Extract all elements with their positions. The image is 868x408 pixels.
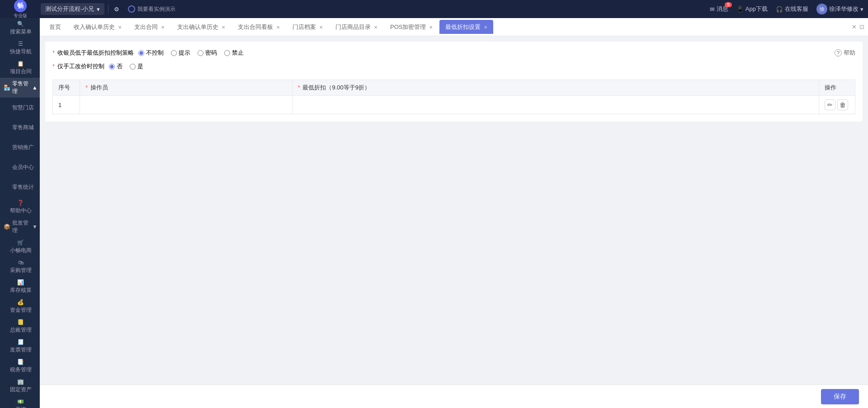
app-download-btn[interactable]: 📱 App下载 xyxy=(736,5,768,13)
manual-price-radio-no[interactable]: 否 xyxy=(109,62,123,70)
tab-maximize-icon[interactable]: ⊡ xyxy=(859,23,864,30)
logo-icon: 畅 xyxy=(14,0,27,12)
strategy-radio-hint[interactable]: 提示 xyxy=(171,49,190,57)
manual-price-radio-no-input[interactable] xyxy=(109,64,115,70)
sidebar-item-smart-store[interactable]: 智慧门店 xyxy=(0,98,40,117)
customer-service-btn[interactable]: 🎧 在线客服 xyxy=(776,5,808,13)
action-buttons: ✏ 🗑 xyxy=(825,99,849,110)
demo-link[interactable]: 我要看实例演示 xyxy=(128,5,175,13)
manual-price-radio-yes[interactable]: 是 xyxy=(130,62,143,70)
sidebar-item-ledger-mgmt[interactable]: 📒 总账管理 xyxy=(0,316,40,336)
tab-income-history[interactable]: 收入确认单历史 ✕ xyxy=(68,20,127,34)
tab-expense-contract[interactable]: 支出合同 ✕ xyxy=(128,20,170,34)
sidebar-item-purchase-mgmt[interactable]: 🛍 采购管理 xyxy=(0,257,40,277)
tab-close-icon[interactable]: ✕ xyxy=(276,25,280,30)
sidebar-item-salary[interactable]: 💵 工资 xyxy=(0,396,40,408)
strategy-radio-none[interactable]: 不控制 xyxy=(138,49,164,57)
message-badge: 9 xyxy=(725,2,732,7)
sidebar-item-label: 库存核算 xyxy=(10,286,32,294)
delete-row-btn[interactable]: 🗑 xyxy=(837,99,848,110)
tab-close-icon[interactable]: ✕ xyxy=(429,25,433,30)
tab-store-product-catalog[interactable]: 门店商品目录 ✕ xyxy=(330,20,383,34)
tab-close-icon[interactable]: ✕ xyxy=(319,25,323,30)
sidebar-item-label: 小畅电商 xyxy=(10,247,32,254)
sidebar-item-member-center[interactable]: 会员中心 xyxy=(0,157,40,177)
sidebar-item-ecommerce[interactable]: 🛒 小畅电商 xyxy=(0,237,40,257)
sidebar-item-label: 帮助中心 xyxy=(10,207,32,215)
strategy-radio-password[interactable]: 密码 xyxy=(198,49,217,57)
strategy-radio-hint-input[interactable] xyxy=(171,50,177,56)
ledger-icon: 📒 xyxy=(17,319,24,325)
contract-icon: 📋 xyxy=(17,61,24,67)
sidebar-item-fund-mgmt[interactable]: 💰 资金管理 xyxy=(0,296,40,316)
required-star: * xyxy=(85,84,88,91)
tab-home[interactable]: 首页 xyxy=(43,20,67,34)
tab-store-archive[interactable]: 门店档案 ✕ xyxy=(287,20,329,34)
sidebar-item-invoice-mgmt[interactable]: 🧾 发票管理 xyxy=(0,336,40,356)
content-area: 首页 收入确认单历史 ✕ 支出合同 ✕ 支出确认单历史 ✕ 支出合同看板 ✕ 门… xyxy=(40,18,868,408)
main-layout: 🔍 搜索菜单 ☰ 快捷导航 📋 项目合同 🏪 零售管理 ▲ 智慧门店 零售商城 … xyxy=(0,18,868,408)
tab-label: 支出确认单历史 xyxy=(177,23,218,31)
tab-close-icon[interactable]: ✕ xyxy=(222,25,225,30)
headset-icon: 🎧 xyxy=(776,6,783,13)
strategy-radio-password-input[interactable] xyxy=(198,50,203,56)
tab-expense-contract-board[interactable]: 支出合同看板 ✕ xyxy=(232,20,286,34)
user-menu[interactable]: 徐 徐泽华修改 ▾ xyxy=(816,4,863,14)
customer-service-label: 在线客服 xyxy=(785,5,808,13)
save-button[interactable]: 保存 xyxy=(821,389,859,404)
cashier-strategy-radio-group: 不控制 提示 密码 禁止 xyxy=(138,49,244,57)
chevron-down-icon: ▼ xyxy=(32,224,38,230)
user-dropdown-icon: ▾ xyxy=(860,6,863,13)
sidebar-item-fixed-assets[interactable]: 🏢 固定资产 xyxy=(0,376,40,396)
wholesale-icon: 📦 xyxy=(4,224,10,230)
tab-label: 门店商品目录 xyxy=(335,23,371,31)
required-star: * xyxy=(298,84,300,91)
sidebar-item-wholesale-mgmt[interactable]: 📦 批发管理 ▼ xyxy=(0,217,40,237)
tab-close-icon[interactable]: ✕ xyxy=(118,25,122,30)
app-download-label: App下载 xyxy=(745,5,768,13)
edit-row-btn[interactable]: ✏ xyxy=(825,99,835,110)
tab-close-icon[interactable]: ✕ xyxy=(374,25,377,30)
tab-label: 首页 xyxy=(49,23,61,31)
tab-close-icon[interactable]: ✕ xyxy=(484,25,487,30)
demo-label: 我要看实例演示 xyxy=(137,5,175,13)
sidebar-item-retail-mall[interactable]: 零售商城 xyxy=(0,117,40,137)
manual-price-radio-group: 否 是 xyxy=(109,62,143,70)
sidebar-item-tax-mgmt[interactable]: 📑 税务管理 xyxy=(0,356,40,376)
tab-label: 收入确认单历史 xyxy=(74,23,115,31)
required-star: * xyxy=(52,63,55,70)
invoice-icon: 🧾 xyxy=(17,339,24,345)
sidebar-item-label: 总账管理 xyxy=(10,326,32,334)
tab-expense-confirm-history[interactable]: 支出确认单历史 ✕ xyxy=(171,20,231,34)
sidebar-item-help-center[interactable]: ❓ 帮助中心 xyxy=(0,197,40,217)
tab-pos-encryption[interactable]: POS加密管理 ✕ xyxy=(384,20,439,34)
sidebar-item-search[interactable]: 🔍 搜索菜单 xyxy=(0,18,40,38)
sidebar-item-marketing[interactable]: 营销推广 xyxy=(0,137,40,157)
app-logo: 畅 专业版 xyxy=(5,0,36,19)
page-content: * 收银员低于最低折扣控制策略 不控制 提示 xyxy=(40,36,868,385)
manual-price-radio-yes-input[interactable] xyxy=(130,64,136,70)
project-selector[interactable]: 测试分开流程-小兄 ▾ xyxy=(41,3,104,15)
sidebar-item-retail-stats[interactable]: 零售统计 xyxy=(0,177,40,197)
sidebar-item-inventory[interactable]: 📊 库存核算 xyxy=(0,277,40,296)
sidebar-item-retail-mgmt[interactable]: 🏪 零售管理 ▲ xyxy=(0,78,40,98)
strategy-radio-none-input[interactable] xyxy=(138,50,144,56)
sidebar-item-quick-nav[interactable]: ☰ 快捷导航 xyxy=(0,38,40,58)
help-button[interactable]: ? 帮助 xyxy=(835,49,855,57)
strategy-radio-forbid-input[interactable] xyxy=(224,50,230,56)
sidebar-item-label: 资金管理 xyxy=(10,306,32,314)
col-action-header: 操作 xyxy=(819,80,855,96)
tab-close-icon[interactable]: ✕ xyxy=(161,25,165,30)
tab-label: 门店档案 xyxy=(292,23,316,31)
tab-close-all-icon[interactable]: ✕ xyxy=(852,23,857,30)
chevron-up-icon: ▲ xyxy=(32,84,38,91)
tab-min-discount-settings[interactable]: 最低折扣设置 ✕ xyxy=(439,20,493,34)
project-name: 测试分开流程-小兄 xyxy=(45,5,94,13)
settings-gear[interactable]: ⚙ xyxy=(112,4,121,14)
cashier-strategy-label: * 收银员低于最低折扣控制策略 xyxy=(52,49,134,57)
sidebar-item-label: 固定资产 xyxy=(10,386,32,394)
nav-icon: ☰ xyxy=(18,41,23,47)
sidebar-item-project-contract[interactable]: 📋 项目合同 xyxy=(0,58,40,78)
message-btn[interactable]: ✉ 消息 9 xyxy=(710,5,728,13)
strategy-radio-forbid[interactable]: 禁止 xyxy=(224,49,244,57)
